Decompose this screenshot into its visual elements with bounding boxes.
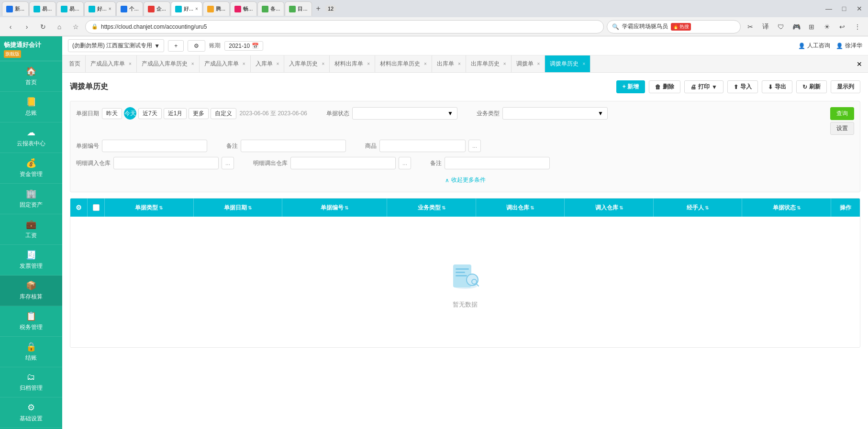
date-btn-custom[interactable]: 自定义 [211, 108, 236, 119]
tab-product-inbound[interactable]: 产成品入库单 × [86, 55, 137, 72]
detail-in-picker[interactable]: ... [222, 157, 234, 169]
grid-icon[interactable]: ⊞ [805, 20, 818, 33]
sidebar-item-closing[interactable]: 🔒 结账 [0, 337, 62, 367]
period-value[interactable]: 2021-10 📅 [224, 41, 263, 51]
brightness-icon[interactable]: ☀ [820, 20, 834, 33]
forward-button[interactable]: › [20, 20, 33, 33]
goods-picker-button[interactable]: ... [468, 140, 481, 152]
sidebar-item-inventory[interactable]: 📦 库存核算 [0, 275, 62, 306]
company-settings-button[interactable]: ⚙ [188, 40, 205, 52]
sidebar-item-ledger[interactable]: 📒 总账 [0, 92, 62, 122]
date-btn-7days[interactable]: 近7天 [138, 108, 162, 119]
browser-tab-3[interactable]: 易... [56, 1, 83, 16]
import-button[interactable]: ⬆ 导入 [727, 80, 758, 93]
gamepad-icon[interactable]: 🎮 [790, 20, 803, 33]
detail-out-input[interactable] [290, 157, 396, 169]
sidebar-item-fixed-assets[interactable]: 🏢 固定资产 [0, 184, 62, 214]
status-select[interactable]: ▼ [352, 107, 457, 120]
th-doc-no[interactable]: 单据编号 ⇅ [282, 198, 387, 217]
print-button[interactable]: 🖨 打印 ▼ [684, 80, 723, 93]
close-button[interactable]: ✕ [853, 2, 866, 15]
tab-close-material-outbound-history[interactable]: × [424, 61, 427, 66]
browser-tab-2[interactable]: 易... [29, 1, 56, 16]
sidebar-item-reports[interactable]: ☁ 云报表中心 [0, 122, 62, 153]
goods-input[interactable] [379, 140, 466, 152]
user-menu[interactable]: 👤 徐泽华 [836, 42, 862, 50]
menu-icon[interactable]: ⋮ [851, 20, 864, 33]
th-checkbox[interactable] [88, 198, 105, 217]
address-bar[interactable]: 🔒 https://cloud.chanjet.com/accounting/u… [85, 20, 604, 33]
tab-close-outbound[interactable]: × [458, 61, 461, 66]
bookmark-button[interactable]: ☆ [69, 20, 82, 33]
tab-close-outbound-history[interactable]: × [503, 61, 506, 66]
reload-button[interactable]: ↻ [36, 20, 50, 33]
new-button[interactable]: + 新增 [616, 80, 645, 93]
th-in-warehouse[interactable]: 调入仓库 ⇅ [565, 198, 654, 217]
tab-product-inbound-history[interactable]: 产成品入库单历史 × [137, 55, 200, 72]
browser-tab-5[interactable]: 个... [116, 1, 143, 16]
tab-inbound-history[interactable]: 入库单历史 × [284, 55, 330, 72]
tab-transfer[interactable]: 调拨单 × [512, 55, 545, 72]
home-button[interactable]: ⌂ [53, 20, 66, 33]
header-checkbox[interactable] [93, 204, 100, 211]
query-button[interactable]: 查询 [830, 107, 854, 120]
service-button[interactable]: 👤 人工咨询 [798, 42, 830, 50]
sidebar-item-payroll[interactable]: 💼 工资 [0, 214, 62, 245]
th-doc-type[interactable]: 单据类型 ⇅ [105, 198, 194, 217]
tab-close-inbound-history[interactable]: × [322, 61, 324, 66]
scissors-icon[interactable]: ✂ [744, 20, 757, 33]
sidebar-item-home[interactable]: 🏠 首页 [0, 61, 62, 92]
maximize-button[interactable]: □ [837, 2, 851, 15]
tab-close-7[interactable]: × [195, 6, 198, 11]
th-biz-type[interactable]: 业务类型 ⇅ [387, 198, 476, 217]
filter-settings-button[interactable]: 设置 [830, 122, 854, 135]
translate-icon[interactable]: 译 [759, 20, 772, 33]
tab-product-inbound2[interactable]: 产成品入库单 × [200, 55, 251, 72]
tab-outbound-history[interactable]: 出库单历史 × [466, 55, 512, 72]
th-doc-date[interactable]: 单据日期 ⇅ [194, 198, 283, 217]
collapse-button[interactable]: ∧ 收起更多条件 [445, 176, 486, 184]
export-button[interactable]: ⬇ 导出 [762, 80, 792, 93]
biz-type-select[interactable]: ▼ [502, 107, 608, 120]
browser-tab-4[interactable]: 好... × [84, 1, 116, 16]
date-btn-today[interactable]: 今天 [124, 107, 136, 120]
browser-tab-7[interactable]: 好... × [171, 1, 202, 16]
tab-close-product-inbound-history[interactable]: × [191, 61, 194, 66]
detail-in-input[interactable] [113, 157, 219, 169]
tab-transfer-history[interactable]: 调拨单历史 × [545, 55, 590, 72]
th-out-warehouse[interactable]: 调出仓库 ⇅ [476, 198, 565, 217]
back-button[interactable]: ‹ [4, 20, 17, 33]
minimize-button[interactable]: — [822, 2, 835, 15]
tab-home[interactable]: 首页 [64, 55, 86, 72]
tab-material-outbound-history[interactable]: 材料出库单历史 × [375, 55, 432, 72]
browser-tab-8[interactable]: 腾... [203, 1, 230, 16]
remark-input[interactable] [241, 140, 346, 152]
browser-tab-1[interactable]: 新... [2, 1, 29, 16]
close-all-tabs-button[interactable]: ✕ [853, 60, 866, 68]
th-doc-status[interactable]: 单据状态 ⇅ [742, 198, 831, 217]
browser-tab-10[interactable]: 各... [257, 1, 284, 16]
date-btn-more[interactable]: 更多 [189, 108, 209, 119]
tab-close-product-inbound2[interactable]: × [243, 61, 245, 66]
detail-out-picker[interactable]: ... [399, 157, 411, 169]
browser-tab-9[interactable]: 畅... [230, 1, 257, 16]
display-columns-button[interactable]: 显示列 [831, 80, 860, 93]
date-btn-yesterday[interactable]: 昨天 [102, 108, 122, 119]
sidebar-item-settings[interactable]: ⚙ 基础设置 [0, 397, 62, 428]
undo-icon[interactable]: ↩ [835, 20, 849, 33]
sidebar-item-tax[interactable]: 📋 税务管理 [0, 306, 62, 337]
shield-icon[interactable]: 🛡 [774, 20, 788, 33]
tab-material-outbound[interactable]: 材料出库单 × [330, 55, 375, 72]
date-btn-1month[interactable]: 近1月 [164, 108, 187, 119]
tab-inbound[interactable]: 入库单 × [251, 55, 285, 72]
th-settings[interactable]: ⚙ [70, 198, 88, 217]
tab-close-transfer-history[interactable]: × [582, 61, 585, 66]
th-operator[interactable]: 经手人 ⇅ [654, 198, 743, 217]
tab-close-inbound[interactable]: × [277, 61, 279, 66]
tab-close-product-inbound[interactable]: × [129, 61, 132, 66]
tab-close-4[interactable]: × [109, 6, 111, 11]
delete-button[interactable]: 🗑 删除 [649, 80, 680, 93]
company-selector[interactable]: (勿删勿禁用) 江西服宝测试专用 ▼ [68, 39, 164, 52]
sidebar-item-invoice[interactable]: 🧾 发票管理 [0, 245, 62, 275]
browser-tab-11[interactable]: 目... [285, 1, 312, 16]
